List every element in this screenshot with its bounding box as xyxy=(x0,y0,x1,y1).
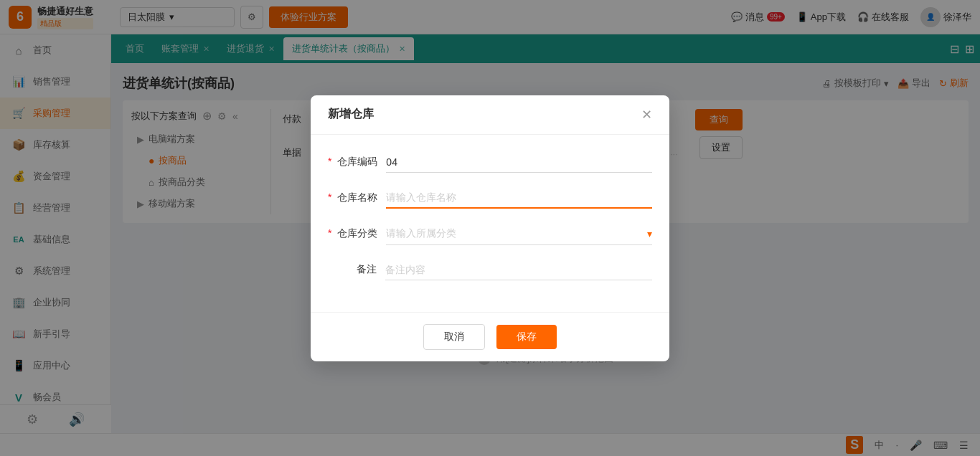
modal-title: 新增仓库 xyxy=(328,107,374,122)
modal-body: * 仓库编码 * 仓库名称 * 仓库分类 请输入所属 xyxy=(311,135,669,312)
category-placeholder: 请输入所属分类 xyxy=(386,227,647,240)
modal-overlay: 新增仓库 ✕ * 仓库编码 * 仓库名称 xyxy=(0,0,980,456)
form-row-name: * 仓库名称 xyxy=(328,187,652,209)
modal-footer: 取消 保存 xyxy=(311,312,669,361)
modal-header: 新增仓库 ✕ xyxy=(311,95,669,135)
form-row-code: * 仓库编码 xyxy=(328,152,652,173)
modal-new-warehouse: 新增仓库 ✕ * 仓库编码 * 仓库名称 xyxy=(311,95,669,361)
code-input[interactable] xyxy=(386,152,652,173)
modal-close-icon[interactable]: ✕ xyxy=(641,107,652,123)
form-row-category: * 仓库分类 请输入所属分类 ▾ xyxy=(328,223,652,245)
category-label: * 仓库分类 xyxy=(328,227,386,240)
name-label: * 仓库名称 xyxy=(328,191,386,204)
category-arrow-icon: ▾ xyxy=(647,228,652,239)
save-button[interactable]: 保存 xyxy=(496,325,557,349)
note-label: 备注 xyxy=(328,263,385,276)
code-label: * 仓库编码 xyxy=(328,156,386,168)
cancel-button[interactable]: 取消 xyxy=(423,324,485,350)
name-input[interactable] xyxy=(386,187,652,209)
note-input[interactable] xyxy=(385,260,652,280)
category-select[interactable]: 请输入所属分类 ▾ xyxy=(386,223,652,245)
form-row-note: 备注 xyxy=(328,260,652,280)
